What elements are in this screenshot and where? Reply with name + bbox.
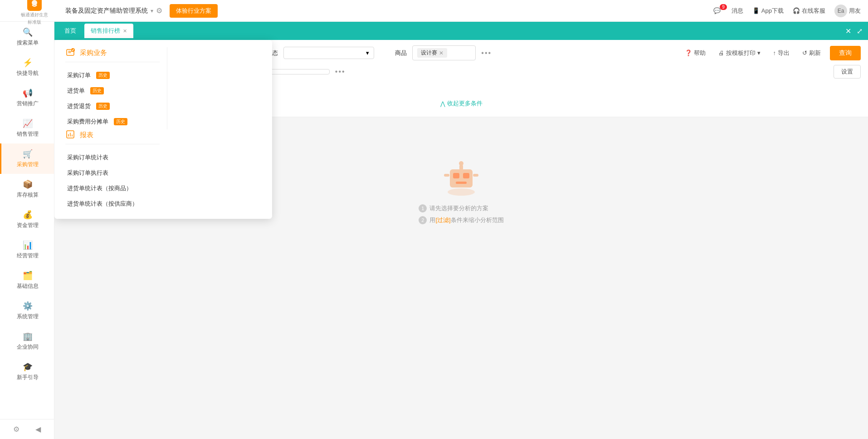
sidebar-item-operations[interactable]: 📊 经营管理 bbox=[0, 235, 54, 265]
hint-num-2: 2 bbox=[419, 216, 427, 224]
help-btn[interactable]: ❓ 帮助 bbox=[681, 47, 709, 59]
sidebar-label-guide: 新手引导 bbox=[17, 374, 39, 381]
tab-sales-rank[interactable]: 销售排行榜 ✕ bbox=[84, 24, 133, 38]
sidebar-item-enterprise[interactable]: 🏢 企业协同 bbox=[0, 326, 54, 356]
menu-item-incoming-stats-supplier-label: 进货单统计表（按供应商） bbox=[67, 200, 138, 208]
logo-subtext: 标准版 bbox=[28, 19, 41, 25]
system-icon: ⚙️ bbox=[23, 301, 33, 311]
svg-rect-4 bbox=[463, 173, 469, 178]
export-btn[interactable]: ↑ 导出 bbox=[770, 47, 794, 59]
menu-section-purchase: 采购业务 采购订单 历史 进货单 历史 进货退货 历史 采购费用分摊单 历史 bbox=[62, 47, 163, 129]
settings-bottom-icon[interactable]: ⚙ bbox=[13, 425, 20, 434]
menu-section-purchase-header: 采购业务 bbox=[65, 47, 160, 62]
sidebar-item-system[interactable]: ⚙️ 系统管理 bbox=[0, 296, 54, 326]
tab-home[interactable]: 首页 bbox=[58, 24, 83, 38]
goods-input[interactable]: 设计赛 ✕ bbox=[412, 45, 476, 60]
svg-rect-5 bbox=[456, 182, 467, 184]
svg-rect-9 bbox=[473, 174, 478, 177]
menu-item-incoming[interactable]: 进货单 历史 bbox=[65, 83, 160, 99]
online-service-btn[interactable]: 🎧 在线客服 bbox=[793, 7, 825, 15]
print-btn[interactable]: 🖨 按模板打印 ▾ bbox=[715, 47, 764, 59]
avatar: Ea bbox=[834, 5, 847, 17]
sidebar-label-finance: 资金管理 bbox=[17, 222, 39, 229]
menu-section-reports-header: 报表 bbox=[65, 129, 160, 144]
svg-point-1 bbox=[448, 188, 475, 196]
sidebar-item-basic[interactable]: 🗂️ 基础信息 bbox=[0, 265, 54, 296]
sidebar-label-system: 系统管理 bbox=[17, 313, 39, 321]
purchase-dropdown-menu: 采购业务 采购订单 历史 进货单 历史 进货退货 历史 采购费用分摊单 历史 bbox=[54, 40, 272, 219]
online-service-label: 在线客服 bbox=[802, 7, 825, 15]
purchase-section-icon bbox=[65, 47, 76, 58]
refresh-btn[interactable]: ↺ 刷新 bbox=[799, 47, 824, 59]
goods-more-icon[interactable]: ••• bbox=[481, 49, 492, 57]
collapse-sidebar-icon[interactable]: ◀ bbox=[35, 425, 41, 434]
user-menu-btn[interactable]: Ea 用友 bbox=[834, 5, 861, 17]
help-label: 帮助 bbox=[694, 49, 706, 57]
sidebar-item-sales[interactable]: 📈 销售管理 bbox=[0, 113, 54, 143]
goods-label: 商品 bbox=[380, 49, 407, 57]
window-maximize-icon[interactable]: ⤢ bbox=[855, 25, 864, 37]
system-dropdown-arrow[interactable]: ▾ bbox=[151, 8, 153, 14]
app-download-label: App下载 bbox=[761, 7, 784, 15]
menu-item-return[interactable]: 进货退货 历史 bbox=[65, 99, 160, 114]
sales-icon: 📈 bbox=[23, 118, 33, 128]
reports-section-icon bbox=[65, 129, 76, 140]
print-dropdown[interactable]: ▾ bbox=[757, 49, 761, 56]
svg-rect-3 bbox=[453, 173, 459, 178]
staff-more-icon[interactable]: ••• bbox=[335, 68, 346, 76]
menu-item-incoming-label: 进货单 bbox=[67, 87, 85, 95]
sidebar-bottom: ⚙ ◀ bbox=[0, 419, 54, 439]
industry-btn[interactable]: 体验行业方案 bbox=[170, 4, 218, 18]
print-icon: 🖨 bbox=[718, 49, 724, 56]
query-btn[interactable]: 查询 bbox=[830, 46, 861, 60]
sidebar-item-quick-nav[interactable]: ⚡ 快捷导航 bbox=[0, 52, 54, 83]
svg-point-0 bbox=[32, 0, 37, 5]
operations-icon: 📊 bbox=[23, 240, 33, 250]
doc-status-select[interactable]: ▾ bbox=[283, 47, 374, 59]
enterprise-icon: 🏢 bbox=[23, 331, 33, 341]
sidebar-item-purchase[interactable]: 🛒 采购管理 bbox=[0, 143, 54, 174]
tab-bar: 首页 销售排行榜 ✕ ✕ ⤢ bbox=[54, 22, 868, 40]
refresh-icon: ↺ bbox=[802, 49, 807, 56]
quick-nav-icon: ⚡ bbox=[23, 58, 33, 68]
menu-item-order-stats[interactable]: 采购订单统计表 bbox=[65, 150, 160, 165]
logo-area: 畅通通好生意 标准版 bbox=[7, 0, 62, 25]
sidebar-item-marketing[interactable]: 📢 营销推广 bbox=[0, 83, 54, 113]
window-close-icon[interactable]: ✕ bbox=[844, 25, 853, 37]
expense-badge: 历史 bbox=[114, 118, 127, 125]
guide-icon: 🎓 bbox=[23, 362, 33, 372]
app-download-btn[interactable]: 📱 App下载 bbox=[752, 7, 784, 15]
menu-item-order-exec[interactable]: 采购订单执行表 bbox=[65, 165, 160, 181]
sidebar: 🔍 搜索菜单 ⚡ 快捷导航 📢 营销推广 📈 销售管理 🛒 采购管理 📦 库存核… bbox=[0, 22, 54, 439]
collapse-btn[interactable]: ⋀ 收起更多条件 bbox=[437, 96, 486, 111]
set-btn[interactable]: 设置 bbox=[834, 65, 861, 79]
sidebar-label-operations: 经营管理 bbox=[17, 252, 39, 260]
collapse-icon: ⋀ bbox=[440, 100, 445, 107]
menu-item-expense[interactable]: 采购费用分摊单 历史 bbox=[65, 114, 160, 129]
marketing-icon: 📢 bbox=[23, 88, 33, 98]
svg-rect-2 bbox=[450, 169, 473, 187]
finance-icon: 💰 bbox=[23, 210, 33, 220]
menu-item-incoming-stats-supplier[interactable]: 进货单统计表（按供应商） bbox=[65, 196, 160, 212]
menu-item-purchase-order[interactable]: 采购订单 历史 bbox=[65, 68, 160, 83]
system-settings-icon[interactable]: ⚙ bbox=[156, 6, 162, 15]
search-icon: 🔍 bbox=[23, 27, 33, 37]
sidebar-label-inventory: 库存核算 bbox=[17, 191, 39, 199]
doc-status-chevron: ▾ bbox=[366, 49, 369, 56]
sidebar-item-guide[interactable]: 🎓 新手引导 bbox=[0, 356, 54, 387]
message-btn[interactable]: 💬 9 消息 bbox=[713, 7, 743, 15]
sidebar-item-search[interactable]: 🔍 搜索菜单 bbox=[0, 22, 54, 52]
empty-hint-2-text: 用[过滤]条件来缩小分析范围 bbox=[429, 216, 503, 224]
return-badge: 历史 bbox=[96, 103, 110, 110]
empty-icon bbox=[439, 153, 484, 199]
header-right: 💬 9 消息 📱 App下载 🎧 在线客服 Ea 用友 bbox=[713, 5, 861, 17]
menu-item-incoming-stats-goods[interactable]: 进货单统计表（按商品） bbox=[65, 181, 160, 196]
hint-num-1: 1 bbox=[419, 204, 427, 212]
tab-close-icon[interactable]: ✕ bbox=[123, 28, 127, 34]
logo-icon bbox=[27, 0, 42, 11]
filter-keyword: [过滤] bbox=[435, 217, 450, 223]
main-layout: 🔍 搜索菜单 ⚡ 快捷导航 📢 营销推广 📈 销售管理 🛒 采购管理 📦 库存核… bbox=[0, 22, 868, 439]
goods-tag-remove[interactable]: ✕ bbox=[439, 50, 444, 56]
sidebar-item-inventory[interactable]: 📦 库存核算 bbox=[0, 174, 54, 204]
sidebar-item-finance[interactable]: 💰 资金管理 bbox=[0, 204, 54, 235]
